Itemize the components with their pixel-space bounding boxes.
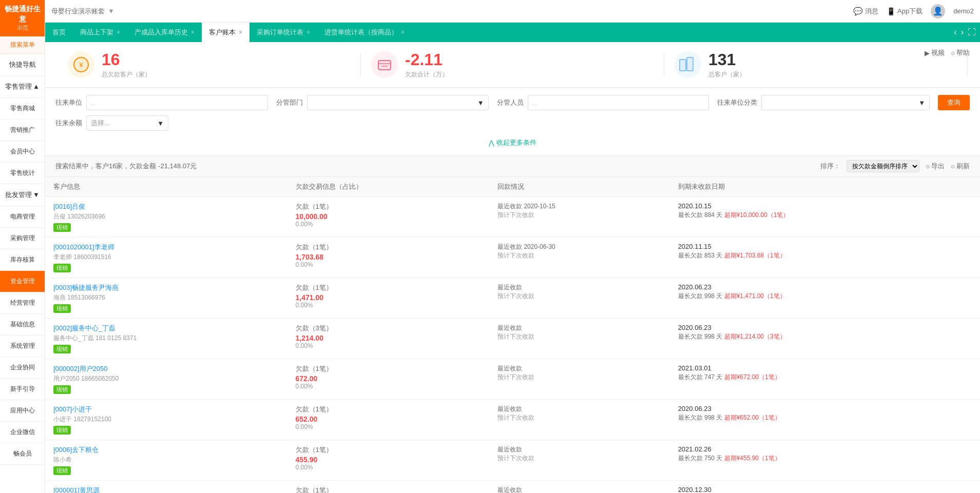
overdue-amount-4[interactable]: 超期¥672.00（1笔）: [724, 373, 781, 381]
cell-customer-info-0: [0016]吕俊 吕俊 13026203696 现销: [45, 197, 287, 238]
tab-product-status-close[interactable]: ×: [117, 29, 120, 36]
from-unit-input[interactable]: ...: [86, 95, 268, 110]
tab-product-history[interactable]: 产成品入库单历史 ×: [127, 23, 202, 42]
message-icon: 💬: [853, 7, 863, 16]
tab-nav-right[interactable]: ›: [961, 28, 964, 37]
sidebar-item-operations[interactable]: 经营管理: [0, 292, 45, 314]
debt-amount-2[interactable]: 1,471.00: [296, 293, 482, 302]
cell-due-date-5: 2020.06.23 最长欠款 998 天 超期¥652.00（1笔）: [670, 400, 980, 440]
sidebar-item-vip[interactable]: 畅会员: [0, 443, 45, 465]
tab-fullscreen[interactable]: ⛶: [968, 28, 976, 37]
overdue-amount-6[interactable]: 超期¥455.90（1笔）: [724, 455, 781, 462]
unit-category-select[interactable]: ▼: [761, 95, 930, 110]
sidebar-item-enterprise[interactable]: 企业协同: [0, 357, 45, 379]
sidebar-item-marketing[interactable]: 营销推广: [0, 120, 45, 141]
customer-contact-6: 陈小希: [53, 456, 279, 464]
overdue-days-3: 最长欠款 998 天 超期¥1,214.00（3笔）: [678, 332, 972, 341]
customer-name-0[interactable]: [0016]吕俊: [53, 202, 279, 211]
debt-amount-1[interactable]: 1,703.68: [296, 253, 482, 261]
next-payment-0: 预计下次收款: [497, 211, 662, 220]
balance-select[interactable]: 选择... ▼: [86, 115, 168, 131]
from-unit-placeholder: ...: [91, 99, 97, 107]
export-btn[interactable]: ○ 导出: [926, 162, 945, 171]
debt-amount-4[interactable]: 672.00: [296, 374, 482, 383]
video-icon: ▶: [925, 49, 930, 57]
results-bar: 搜索结果中，客户16家，欠款金额 -21,148.07元 排序： 按欠款金额倒序…: [45, 156, 980, 177]
refresh-btn[interactable]: ○ 刷新: [951, 162, 970, 171]
sidebar-item-purchase[interactable]: 采购管理: [0, 228, 45, 249]
tab-customer-account[interactable]: 客户账本 ×: [202, 23, 249, 42]
col-debt-info: 欠款交易信息（占比）: [287, 177, 490, 197]
tab-nav-left[interactable]: ‹: [954, 28, 956, 37]
tab-purchase-stats[interactable]: 采购订单统计表 ×: [249, 23, 317, 42]
overdue-amount-1[interactable]: 超期¥1,703.68（1笔）: [724, 252, 786, 259]
sidebar-item-retail-mgmt[interactable]: 零售管理 ▲: [0, 76, 45, 98]
sidebar-item-member[interactable]: 会员中心: [0, 141, 45, 163]
customer-contact-1: 李老师 18600391516: [53, 253, 279, 262]
overdue-amount-2[interactable]: 超期¥1,471.00（1笔）: [724, 292, 786, 300]
debt-amount-5[interactable]: 652.00: [296, 415, 482, 423]
manager-input[interactable]: ...: [528, 95, 709, 110]
user-avatar[interactable]: 👤: [931, 4, 945, 18]
customer-name-7[interactable]: [000001]黄思源: [53, 486, 279, 493]
customer-tag-2: 现销: [53, 304, 71, 313]
sort-select[interactable]: 按欠款金额倒序排序: [847, 160, 919, 172]
collapse-button[interactable]: ⋀ 收起更多条件: [489, 138, 536, 147]
debt-amount-3[interactable]: 1,214.00: [296, 334, 482, 342]
tab-purchase-stats-close[interactable]: ×: [306, 29, 310, 36]
customer-tag-1: 现销: [53, 264, 71, 272]
sidebar-item-retail-store[interactable]: 零售商城: [0, 98, 45, 120]
recent-payment-1: 最近收款 2020-06-30: [497, 243, 662, 251]
app-download-btn[interactable]: 📱 App下载: [887, 7, 923, 16]
tab-product-status[interactable]: 商品上下架 ×: [73, 23, 127, 42]
search-menu-area[interactable]: 搜索菜单: [0, 36, 45, 54]
col-customer-info: 客户信息: [45, 177, 287, 197]
department-select[interactable]: ▼: [307, 95, 489, 110]
cell-due-date-0: 2020.10.15 最长欠款 884 天 超期¥10,000.00（1笔）: [670, 197, 980, 238]
total-customers-icon: [675, 51, 701, 78]
tab-purchase-stats2[interactable]: 进货单统计表（按商品） ×: [317, 23, 412, 42]
debt-amount-0[interactable]: 10,000.00: [296, 212, 482, 221]
sidebar-item-ecommerce[interactable]: 电商管理: [0, 206, 45, 228]
sidebar-item-finance[interactable]: 资金管理: [0, 271, 45, 292]
sidebar-item-batch-mgmt[interactable]: 批发管理 ▼: [0, 184, 45, 206]
sidebar-item-basic[interactable]: 基础信息: [0, 314, 45, 336]
customer-name-3[interactable]: [0002]服务中心_丁磊: [53, 324, 279, 333]
tab-product-status-label: 商品上下架: [80, 28, 113, 37]
overdue-amount-3[interactable]: 超期¥1,214.00（3笔）: [724, 333, 786, 340]
sidebar-item-quick-nav[interactable]: 快捷导航: [0, 54, 45, 76]
customer-name-1[interactable]: [0001020001]李老师: [53, 243, 279, 252]
help-btn[interactable]: ○ 帮助: [951, 48, 970, 57]
message-btn[interactable]: 💬 消息: [853, 7, 878, 16]
overdue-amount-5[interactable]: 超期¥652.00（1笔）: [724, 414, 781, 421]
svg-rect-2: [378, 61, 391, 70]
tab-purchase-stats2-close[interactable]: ×: [401, 29, 405, 36]
sidebar-item-system[interactable]: 系统管理: [0, 336, 45, 357]
tab-customer-account-close[interactable]: ×: [239, 29, 242, 36]
debt-count-4: 欠款（1笔）: [296, 364, 482, 373]
sidebar-item-inventory[interactable]: 库存核算: [0, 249, 45, 271]
overdue-amount-0[interactable]: 超期¥10,000.00（1笔）: [724, 211, 790, 219]
search-button[interactable]: 查询: [938, 95, 970, 110]
tab-home[interactable]: 首页: [45, 23, 73, 42]
search-menu-label[interactable]: 搜索菜单: [3, 41, 42, 49]
cell-due-date-3: 2020.06.23 最长欠款 998 天 超期¥1,214.00（3笔）: [670, 319, 980, 359]
cell-repayment-7: 最近收款 预计下次收款: [489, 481, 670, 494]
customer-name-5[interactable]: [0007]小进干: [53, 405, 279, 414]
retail-mgmt-label: 零售管理: [5, 82, 32, 91]
sidebar-item-appstore[interactable]: 应用中心: [0, 400, 45, 422]
tab-product-history-close[interactable]: ×: [191, 29, 195, 36]
debt-amount-6[interactable]: 455.90: [296, 456, 482, 464]
cell-customer-info-3: [0002]服务中心_丁磊 服务中心_丁磊 181 0125 8371 现销: [45, 319, 287, 359]
sidebar-item-wechat[interactable]: 企业微信: [0, 422, 45, 443]
sidebar-item-retail-stats[interactable]: 零售统计: [0, 163, 45, 184]
video-btn[interactable]: ▶ 视频: [925, 48, 945, 57]
dropdown-icon[interactable]: ▼: [108, 7, 114, 15]
customer-name-4[interactable]: [000002]用户2050: [53, 364, 279, 373]
customer-name-6[interactable]: [0006]去下粮仓: [53, 445, 279, 455]
sidebar-item-guide[interactable]: 新手引导: [0, 379, 45, 400]
from-unit-label: 往来单位: [55, 98, 82, 107]
customer-name-2[interactable]: [0003]畅捷服务尹海燕: [53, 283, 279, 292]
tab-bar: 首页 商品上下架 × 产成品入库单历史 × 客户账本 × 采购订单统计表 × 进…: [45, 23, 980, 42]
sidebar: 畅捷通好生意 示范 搜索菜单 快捷导航 零售管理 ▲ 零售商城 营销推广 会员中…: [0, 0, 45, 493]
